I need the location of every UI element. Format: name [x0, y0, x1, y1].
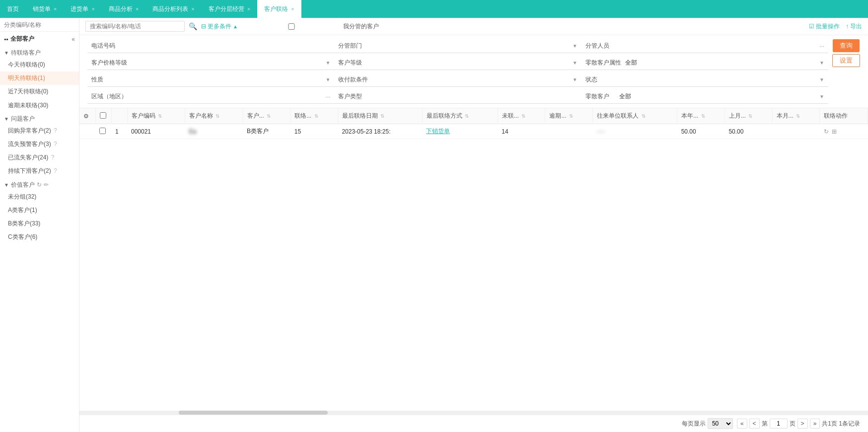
sidebar-group-problem-customers[interactable]: ▼ 问题客户: [0, 112, 79, 124]
close-product-analysis-list-icon[interactable]: ×: [191, 6, 194, 12]
refresh-icon[interactable]: ↻: [824, 128, 829, 135]
col-no-contact: 未联... ⇅: [498, 108, 545, 124]
dept-dropdown-icon: ▼: [573, 43, 578, 49]
action-icons: ↻ ⊞: [824, 128, 864, 135]
filter-nature[interactable]: 性质 ▼: [87, 73, 334, 87]
horizontal-scrollbar[interactable]: [79, 411, 868, 415]
nav-customer-tier[interactable]: 客户分层经营 ×: [202, 0, 257, 18]
sidebar-collapse-icon: «: [72, 36, 75, 43]
close-purchase-order-icon[interactable]: ×: [91, 6, 94, 12]
nav-customer-contact[interactable]: 客户联络 ×: [257, 0, 301, 18]
last-method-link[interactable]: 下销货单: [426, 128, 450, 135]
sidebar-item-class-a[interactable]: A类客户(1): [0, 204, 79, 217]
chevron-up-icon: ▲: [233, 24, 238, 29]
filter-phone: 电话号码: [87, 39, 334, 53]
page-number-input[interactable]: [770, 419, 788, 429]
col-customer-code: 客户编码 ⇅: [127, 108, 185, 124]
filter-scatter-attr[interactable]: 零散客户属性 全部 ▼: [581, 56, 828, 70]
sidebar-item-class-c[interactable]: C类客户(6): [0, 230, 79, 244]
filter-region[interactable]: 区域（地区） ···: [87, 90, 334, 104]
col-last-month: 上月... ⇅: [724, 108, 772, 124]
close-customer-tier-icon[interactable]: ×: [247, 6, 250, 12]
sidebar-item-churn-warning[interactable]: 流失预警客户(3) ?: [0, 138, 79, 151]
filter-dept[interactable]: 分管部门 ▼: [334, 39, 581, 53]
filter-status[interactable]: 状态 ▼: [581, 73, 828, 87]
triangle-icon-2: ▼: [4, 116, 9, 122]
next-page-btn[interactable]: >: [797, 419, 808, 429]
row-select-checkbox[interactable]: [99, 128, 106, 134]
right-buttons: ☑ 批量操作 ↑ 导出: [809, 22, 862, 31]
adv-filter-row-4: 区域（地区） ··· 客户类型 零散客户 全部 ▼: [87, 90, 828, 104]
close-customer-contact-icon[interactable]: ×: [291, 6, 294, 12]
filter-customer-level[interactable]: 客户等级 ▼: [334, 56, 581, 70]
col-customer-type: 客户... ⇅: [243, 108, 290, 124]
sort-icon-overdue: ⇅: [569, 113, 573, 119]
more-conditions-btn[interactable]: ⊟ 更多条件 ▲: [201, 22, 238, 31]
prev-page-btn[interactable]: <: [749, 419, 760, 429]
sort-icon-no-contact: ⇅: [521, 113, 525, 119]
sidebar-item-rebuy-abnormal[interactable]: 回购异常客户(2) ?: [0, 124, 79, 138]
search-input[interactable]: [85, 21, 185, 32]
sidebar-item-declining[interactable]: 持续下滑客户(2) ?: [0, 164, 79, 178]
col-contact-count: 联络... ⇅: [290, 108, 338, 124]
select-all-checkbox[interactable]: [100, 112, 106, 119]
filter-payment[interactable]: 收付款条件 ▼: [334, 73, 581, 87]
payment-dropdown-icon: ▼: [573, 77, 578, 82]
last-page-btn[interactable]: »: [810, 419, 820, 429]
sort-icon-code: ⇅: [158, 113, 162, 119]
set-button[interactable]: 设置: [832, 54, 860, 67]
query-button[interactable]: 查询: [833, 39, 860, 52]
sidebar-item-today-pending[interactable]: 今天待联络(0): [0, 58, 79, 72]
col-overdue: 逾期... ⇅: [545, 108, 593, 124]
status-dropdown-icon: ▼: [819, 77, 824, 82]
sort-icon-this-month: ⇅: [796, 113, 800, 119]
filter-scatter[interactable]: 零散客户 全部 ▼: [581, 90, 828, 104]
nav-product-analysis-list[interactable]: 商品分析列表 ×: [145, 0, 201, 18]
nav-purchase-order[interactable]: 进货单 ×: [64, 0, 101, 18]
export-icon: ↑: [846, 23, 849, 30]
col-index: [111, 108, 127, 124]
row-last-method: 下销货单: [422, 124, 498, 139]
first-page-btn[interactable]: «: [737, 419, 747, 429]
sidebar-item-ungrouped[interactable]: 未分组(32): [0, 190, 79, 204]
unit-contact-blurred: ·····: [597, 128, 605, 135]
table-header-row: ⚙ 客户编码 ⇅ 客户名称 ⇅: [79, 108, 868, 124]
customer-name-blurred: Ea: [189, 128, 197, 135]
sidebar-item-churned[interactable]: 已流失客户(24) ?: [0, 151, 79, 164]
close-product-analysis-icon[interactable]: ×: [136, 6, 139, 12]
nav-sale-order[interactable]: 销货单 ×: [26, 0, 64, 18]
sort-icon-last-date: ⇅: [380, 113, 384, 119]
scrollbar-thumb[interactable]: [179, 411, 328, 415]
row-checkbox: [95, 124, 111, 139]
search-icon[interactable]: 🔍: [189, 22, 197, 30]
row-this-year: 50.00: [677, 124, 725, 139]
sidebar-group-pending-contact[interactable]: ▼ 待联络客户: [0, 46, 79, 58]
customer-table: ⚙ 客户编码 ⇅ 客户名称 ⇅: [79, 108, 868, 139]
batch-op-btn[interactable]: ☑ 批量操作: [809, 22, 840, 31]
sidebar-item-overdue[interactable]: 逾期未联络(30): [0, 99, 79, 112]
col-action: 联络动作: [820, 108, 868, 124]
sidebar-search-input[interactable]: [4, 21, 78, 28]
export-btn[interactable]: ↑ 导出: [846, 22, 862, 31]
my-customers-checkbox[interactable]: [242, 23, 341, 30]
filter-manager[interactable]: 分管人员 ···: [581, 39, 828, 53]
table-area: ⚙ 客户编码 ⇅ 客户名称 ⇅: [79, 108, 868, 411]
nav-product-analysis[interactable]: 商品分析 ×: [102, 0, 145, 18]
sidebar-item-tomorrow-pending[interactable]: 明天待联络(1): [0, 72, 79, 85]
pagination: « < 第 页 > » 共1页 1条记录: [737, 419, 860, 429]
close-sale-order-icon[interactable]: ×: [54, 6, 57, 12]
grid-icon[interactable]: ⊞: [832, 128, 837, 135]
per-page-select[interactable]: 50 100 200: [708, 418, 733, 429]
sort-icon-unit-contact: ⇅: [642, 113, 646, 119]
my-customers-checkbox-label[interactable]: 我分管的客户: [242, 22, 379, 31]
sidebar-all-customers[interactable]: ▪▪ 全部客户 «: [0, 32, 79, 46]
sidebar-item-week-pending[interactable]: 近7天待联络(0): [0, 85, 79, 98]
filter-price-level[interactable]: 客户价格等级 ▼: [87, 56, 334, 70]
sort-icon-name: ⇅: [216, 113, 219, 119]
sidebar-item-class-b[interactable]: B类客户(33): [0, 217, 79, 230]
settings-icon[interactable]: ⚙: [83, 113, 89, 120]
col-settings[interactable]: ⚙: [79, 108, 95, 124]
sort-icon-contact: ⇅: [314, 113, 318, 119]
sidebar-group-value-customers[interactable]: ▼ 价值客户 ↻ ✏: [0, 178, 79, 190]
nav-home[interactable]: 首页: [0, 0, 26, 18]
